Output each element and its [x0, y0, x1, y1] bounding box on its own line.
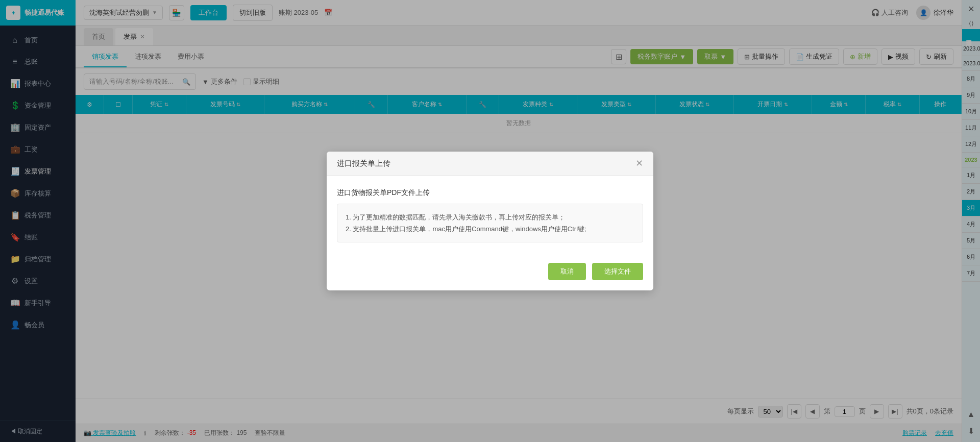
modal-body: 进口货物报关单PDF文件上传 1. 为了更加精准的数据匹配，请先录入海关缴款书，…	[327, 176, 653, 255]
modal-info-box: 1. 为了更加精准的数据匹配，请先录入海关缴款书，再上传对应的报关单； 2. 支…	[337, 204, 643, 243]
modal-cancel-button[interactable]: 取消	[548, 263, 586, 280]
modal-select-file-button[interactable]: 选择文件	[592, 263, 643, 280]
modal-title: 进口报关单上传	[337, 159, 390, 168]
modal-overlay[interactable]: 进口报关单上传 ✕ 进口货物报关单PDF文件上传 1. 为了更加精准的数据匹配，…	[0, 0, 980, 442]
import-customs-modal: 进口报关单上传 ✕ 进口货物报关单PDF文件上传 1. 为了更加精准的数据匹配，…	[327, 152, 653, 291]
modal-info-item-2: 2. 支持批量上传进口报关单，mac用户使用Command键，windows用户…	[346, 223, 634, 235]
modal-footer: 取消 选择文件	[327, 255, 653, 290]
modal-section-title: 进口货物报关单PDF文件上传	[337, 188, 643, 198]
modal-header: 进口报关单上传 ✕	[327, 152, 653, 176]
modal-close-button[interactable]: ✕	[635, 159, 643, 168]
modal-info-item-1: 1. 为了更加精准的数据匹配，请先录入海关缴款书，再上传对应的报关单；	[346, 211, 634, 223]
